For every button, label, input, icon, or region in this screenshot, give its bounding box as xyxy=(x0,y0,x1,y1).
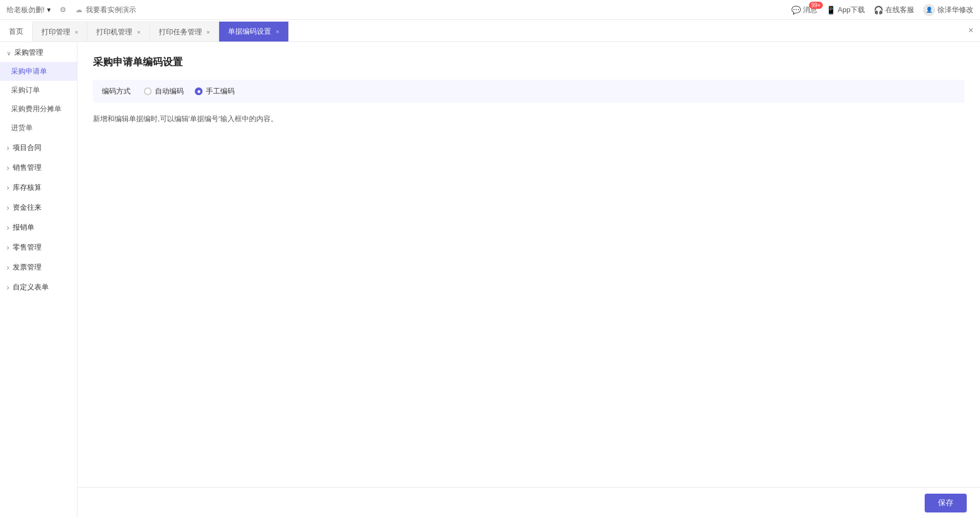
custom-form-chevron-icon xyxy=(7,283,9,292)
settings-icon[interactable]: ⚙ xyxy=(58,4,69,15)
sidebar-returns-label: 报销单 xyxy=(13,222,34,232)
sidebar-item-purchase-request[interactable]: 采购申请单 xyxy=(0,62,77,81)
page-title: 采购申请单编码设置 xyxy=(93,55,965,69)
sidebar-group-custom-form[interactable]: 自定义表单 xyxy=(0,277,77,297)
sidebar-group-purchase-label: 采购管理 xyxy=(14,48,43,58)
tab-bar: 首页 打印管理 × 打印机管理 × 打印任务管理 × 单据编码设置 × × xyxy=(0,20,980,42)
content-area: 采购申请单编码设置 编码方式 自动编码 手工编码 新增和编辑单据编时,可以编辑'… xyxy=(77,42,980,518)
tab-printer-manage-label: 打印机管理 xyxy=(96,27,132,37)
main-layout: 采购管理 采购申请单 采购订单 采购费用分摊单 进货单 项目合同 销售管理 xyxy=(0,42,980,518)
content-footer: 保存 xyxy=(77,487,980,518)
message-button[interactable]: 消息 99+ xyxy=(791,5,817,15)
radio-auto-label: 自动编码 xyxy=(155,86,184,96)
radio-manual-label: 手工编码 xyxy=(206,86,235,96)
tab-barcode-close[interactable]: × xyxy=(276,28,279,35)
encoding-label: 编码方式 xyxy=(102,86,131,96)
tab-print-manage[interactable]: 打印管理 × xyxy=(33,22,87,42)
app-title: 给老板勿删! xyxy=(7,5,45,15)
dropdown-arrow-icon: ▾ xyxy=(47,6,51,14)
sidebar-group-purchase: 采购管理 采购申请单 采购订单 采购费用分摊单 进货单 xyxy=(0,42,77,137)
retail-chevron-icon xyxy=(7,243,9,252)
app-download-label: App下载 xyxy=(838,5,865,15)
online-service-label: 在线客服 xyxy=(885,5,914,15)
sidebar-sales-label: 销售管理 xyxy=(13,163,42,173)
user-profile[interactable]: 👤 徐泽华修改 xyxy=(923,4,973,16)
tab-printer-manage-close[interactable]: × xyxy=(137,29,140,35)
tab-home[interactable]: 首页 xyxy=(0,22,33,42)
finance-chevron-icon xyxy=(7,203,9,212)
sidebar-item-incoming[interactable]: 进货单 xyxy=(0,118,77,137)
tab-home-label: 首页 xyxy=(9,27,23,37)
sidebar-group-project-contract[interactable]: 项目合同 xyxy=(0,137,77,157)
project-chevron-icon xyxy=(7,143,9,152)
description-text: 新增和编辑单据编时,可以编辑'单据编号'输入框中的内容。 xyxy=(93,114,965,124)
avatar: 👤 xyxy=(923,4,935,16)
sidebar-group-sales[interactable]: 销售管理 xyxy=(0,157,77,177)
app-download-button[interactable]: App下载 xyxy=(826,5,865,15)
purchase-chevron-icon xyxy=(7,49,11,57)
user-name: 徐泽华修改 xyxy=(937,5,973,15)
returns-chevron-icon xyxy=(7,223,9,232)
sidebar-group-returns[interactable]: 报销单 xyxy=(0,217,77,237)
inventory-chevron-icon xyxy=(7,183,9,192)
tab-printer-manage[interactable]: 打印机管理 × xyxy=(87,22,149,42)
sidebar-finance-label: 资金往来 xyxy=(13,203,42,213)
sidebar-group-retail[interactable]: 零售管理 xyxy=(0,237,77,257)
sidebar-custom-form-label: 自定义表单 xyxy=(13,282,49,292)
radio-manual-circle xyxy=(195,87,203,95)
sidebar-project-contract-label: 项目合同 xyxy=(13,143,42,153)
sidebar-invoice-label: 发票管理 xyxy=(13,262,42,272)
tab-print-task-label: 打印任务管理 xyxy=(159,27,202,37)
sidebar-incoming-label: 进货单 xyxy=(11,123,33,132)
sidebar-purchase-request-label: 采购申请单 xyxy=(11,67,47,75)
service-icon xyxy=(874,6,883,14)
content-inner: 采购申请单编码设置 编码方式 自动编码 手工编码 新增和编辑单据编时,可以编辑'… xyxy=(77,42,980,487)
encoding-radio-group: 自动编码 手工编码 xyxy=(144,86,235,96)
tab-print-manage-label: 打印管理 xyxy=(42,27,70,37)
save-button[interactable]: 保存 xyxy=(925,494,967,512)
sidebar-purchase-order-label: 采购订单 xyxy=(11,86,40,94)
app-icon xyxy=(826,6,836,14)
demo-link[interactable]: ☁ 我要看实例演示 xyxy=(75,5,136,15)
radio-manual-encoding[interactable]: 手工编码 xyxy=(195,86,235,96)
top-bar: 给老板勿删! ▾ ⚙ ☁ 我要看实例演示 消息 99+ App下载 在线客服 👤… xyxy=(0,0,980,20)
top-bar-left: 给老板勿删! ▾ ⚙ ☁ 我要看实例演示 xyxy=(7,4,136,15)
sidebar-item-purchase-order[interactable]: 采购订单 xyxy=(0,81,77,100)
sidebar-group-finance[interactable]: 资金往来 xyxy=(0,197,77,217)
sidebar-item-purchase-expense[interactable]: 采购费用分摊单 xyxy=(0,100,77,118)
message-badge: 99+ xyxy=(809,2,823,9)
invoice-chevron-icon xyxy=(7,263,9,272)
sidebar-group-inventory[interactable]: 库存核算 xyxy=(0,177,77,197)
sidebar-group-invoice[interactable]: 发票管理 xyxy=(0,257,77,277)
tab-barcode-label: 单据编码设置 xyxy=(228,27,271,37)
sidebar-retail-label: 零售管理 xyxy=(13,242,42,252)
sidebar-purchase-expense-label: 采购费用分摊单 xyxy=(11,105,61,113)
radio-auto-encoding[interactable]: 自动编码 xyxy=(144,86,184,96)
tab-barcode-settings[interactable]: 单据编码设置 × xyxy=(219,22,288,42)
cloud-icon: ☁ xyxy=(75,6,82,14)
tab-print-task-close[interactable]: × xyxy=(206,29,210,35)
top-bar-right: 消息 99+ App下载 在线客服 👤 徐泽华修改 xyxy=(791,4,973,16)
sidebar: 采购管理 采购申请单 采购订单 采购费用分摊单 进货单 项目合同 销售管理 xyxy=(0,42,77,518)
tab-print-task[interactable]: 打印任务管理 × xyxy=(150,22,219,42)
title-dropdown[interactable]: 给老板勿删! ▾ xyxy=(7,5,51,15)
radio-auto-circle xyxy=(144,87,152,95)
close-all-tabs-icon[interactable]: × xyxy=(968,25,973,35)
online-service-button[interactable]: 在线客服 xyxy=(874,5,914,15)
tab-print-manage-close[interactable]: × xyxy=(75,29,78,35)
demo-link-text: 我要看实例演示 xyxy=(86,5,136,15)
sidebar-inventory-label: 库存核算 xyxy=(13,183,42,193)
message-icon xyxy=(791,6,801,14)
encoding-row: 编码方式 自动编码 手工编码 xyxy=(93,80,965,103)
sidebar-group-purchase-header[interactable]: 采购管理 xyxy=(0,42,77,62)
sales-chevron-icon xyxy=(7,163,9,172)
